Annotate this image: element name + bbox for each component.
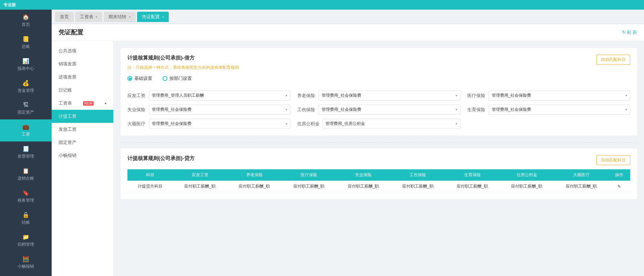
debit-field-label-4: 工伤保险 <box>297 107 316 113</box>
arrow-payroll_table: ▾ <box>105 102 106 105</box>
credit-col-应发工资: 应发工资 <box>173 169 227 181</box>
ledger-icon: 📒 <box>22 36 29 42</box>
sidebar-label-purchase: 进销台账 <box>18 176 34 181</box>
credit-cell-0-1[interactable]: 应付职工薪酬_职 <box>227 181 282 192</box>
debit-field-6: 大额医疗 管理费用_社会保险费 ▾ <box>127 119 290 129</box>
sidebar-label-report: 报表中心 <box>18 66 34 72</box>
left-nav-item-payroll_table[interactable]: 工资表NEW▾ <box>52 97 113 110</box>
tab-payroll[interactable]: 工资表× <box>75 12 102 22</box>
left-nav-item-journal[interactable]: 日记账 <box>52 84 113 97</box>
debit-field-value-3: 管理费用_社会保险费 <box>152 107 191 113</box>
left-nav-item-expense[interactable]: 小畅报销 <box>52 149 113 162</box>
credit-col-医疗保险: 医疗保险 <box>282 169 336 181</box>
close-icon: 🔒 <box>22 212 29 218</box>
credit-col-生育保险: 生育保险 <box>445 169 499 181</box>
debit-field-value-2: 管理费用_社会保险费 <box>492 93 531 98</box>
credit-auto-match-button[interactable]: 自动匹配科目 <box>596 155 630 165</box>
debit-field-2: 医疗保险 管理费用_社会保险费 ▾ <box>467 91 630 100</box>
debit-field-label-1: 养老保险 <box>297 93 316 99</box>
credit-action-0[interactable]: ✎ <box>609 181 630 192</box>
debit-field-select-2[interactable]: 管理费用_社会保险费 ▾ <box>489 91 630 100</box>
left-nav-item-pay_salary[interactable]: 发放工资 <box>52 123 113 136</box>
new-badge-payroll_table: NEW <box>83 101 94 106</box>
debit-field-select-7[interactable]: 管理费用_住房公积金 ▾ <box>322 119 460 129</box>
debit-field-label-0: 应发工资 <box>127 93 146 99</box>
debit-field-5: 生育保险 管理费用_社会保险费 ▾ <box>467 105 630 115</box>
debit-auto-match-button[interactable]: 自动匹配科目 <box>596 55 630 65</box>
tab-label-voucher: 凭证配置 <box>142 14 160 20</box>
left-nav-item-fixed_asset[interactable]: 固定资产 <box>52 136 113 149</box>
tab-close-voucher[interactable]: × <box>162 15 164 19</box>
invoice-icon: 🧾 <box>22 146 29 152</box>
sidebar-item-purchase[interactable]: 📋进销台账 <box>0 163 52 185</box>
radio-group: 基础设置 按部门设置 <box>127 75 239 82</box>
left-nav-item-purchase_invoice[interactable]: 进项发票 <box>52 71 113 84</box>
tab-close-period[interactable]: × <box>128 15 131 19</box>
debit-field-label-6: 大额医疗 <box>127 121 146 127</box>
sidebar-item-close[interactable]: 🔒结账 <box>0 208 52 230</box>
debit-field-arrow-4: ▾ <box>456 108 457 112</box>
sidebar-item-tax[interactable]: 🔖税务管理 <box>0 185 52 208</box>
radio-basic[interactable]: 基础设置 <box>127 75 152 82</box>
debit-field-select-3[interactable]: 管理费用_社会保险费 ▾ <box>149 105 290 115</box>
debit-field-label-2: 医疗保险 <box>467 93 486 99</box>
sidebar-item-report[interactable]: 📊报表中心 <box>0 54 52 76</box>
sidebar-item-archive[interactable]: 📁归档管理 <box>0 230 52 252</box>
sidebar-item-ledger[interactable]: 📒总账 <box>0 32 52 54</box>
sidebar-label-home: 首页 <box>22 22 30 28</box>
debit-field-0: 应发工资 管理费用_管理人员职工薪酬 ▾ <box>127 91 290 100</box>
credit-row-0: 计提贷方科目应付职工薪酬_职应付职工薪酬_职应付职工薪酬_职应付职工薪酬_职应付… <box>127 181 630 192</box>
tab-voucher[interactable]: 凭证配置× <box>137 12 169 22</box>
credit-cell-0-7[interactable]: 应付职工薪酬_职 <box>554 181 609 192</box>
sidebar-item-home[interactable]: 🏠首页 <box>0 10 52 32</box>
left-nav-item-sales_invoice[interactable]: 销项发票 <box>52 57 113 71</box>
credit-cell-0-5[interactable]: 应付职工薪酬_职 <box>445 181 499 192</box>
debit-field-3: 失业保险 管理费用_社会保险费 ▾ <box>127 105 290 115</box>
credit-cell-0-6[interactable]: 应付职工薪酬_职 <box>500 181 554 192</box>
credit-col-失业保险: 失业保险 <box>336 169 391 181</box>
sidebar-item-invoice[interactable]: 🧾发票管理 <box>0 141 52 163</box>
debit-field-select-4[interactable]: 管理费用_社会保险费 ▾ <box>319 105 460 115</box>
credit-cell-0-2[interactable]: 应付职工薪酬_职 <box>282 181 336 192</box>
radio-dept[interactable]: 按部门设置 <box>163 75 192 82</box>
tab-period[interactable]: 期末结转× <box>104 12 135 22</box>
sidebar-label-archive: 归档管理 <box>18 242 34 247</box>
left-nav: 公共选项销项发票进项发票日记账工资表NEW▾计提工资发放工资固定资产小畅报销 <box>52 41 114 276</box>
credit-cell-0-4[interactable]: 应付职工薪酬_职 <box>391 181 445 192</box>
debit-field-arrow-6: ▾ <box>285 122 287 126</box>
radio-dept-dot <box>163 76 167 81</box>
sidebar: 🏠首页📒总账📊报表中心💰资金管理🏗固定资产💼工资🧾发票管理📋进销台账🔖税务管理🔒… <box>0 10 52 276</box>
debit-field-select-5[interactable]: 管理费用_社会保险费 ▾ <box>489 105 630 115</box>
debit-field-arrow-7: ▾ <box>456 122 457 126</box>
debit-field-1: 养老保险 管理费用_社会保险费 ▾ <box>297 91 460 100</box>
credit-col-大额医疗: 大额医疗 <box>554 169 609 181</box>
debit-field-select-1[interactable]: 管理费用_社会保险费 ▾ <box>319 91 460 100</box>
sidebar-label-report2: 小畅报销 <box>18 264 34 269</box>
credit-cell-0-3[interactable]: 应付职工薪酬_职 <box>336 181 391 192</box>
debit-field-value-5: 管理费用_社会保险费 <box>492 107 531 113</box>
purchase-icon: 📋 <box>22 168 29 174</box>
credit-col-操作: 操作 <box>609 169 630 181</box>
tab-close-payroll[interactable]: × <box>95 15 97 19</box>
sidebar-label-close: 结账 <box>22 220 30 225</box>
credit-section: 计提核算规则(公司承担)-贷方 自动匹配科目 科目应发工资养老保险医疗保险失业保… <box>121 148 637 199</box>
credit-cell-0-0[interactable]: 应付职工薪酬_职 <box>173 181 227 192</box>
sidebar-label-tax: 税务管理 <box>18 198 34 203</box>
left-nav-label-calc_salary: 计提工资 <box>59 114 76 119</box>
debit-field-select-6[interactable]: 管理费用_社会保险费 ▾ <box>149 119 290 129</box>
sidebar-item-salary[interactable]: 💼工资 <box>0 119 52 141</box>
sidebar-item-settings[interactable]: ⚙设置 <box>0 274 52 276</box>
sidebar-item-asset[interactable]: 🏗固定资产 <box>0 98 52 119</box>
tab-home[interactable]: 首页 <box>55 12 74 22</box>
debit-field-select-0[interactable]: 管理费用_管理人员职工薪酬 ▾ <box>149 91 290 100</box>
sidebar-item-report2[interactable]: 🧮小畅报销 <box>0 252 52 274</box>
credit-cell-subject: 计提贷方科目 <box>127 181 173 192</box>
left-nav-label-expense: 小畅报销 <box>59 153 76 158</box>
debit-field-arrow-5: ▾ <box>625 108 627 112</box>
refresh-button[interactable]: ↻ 刷 新 <box>622 29 637 35</box>
left-nav-item-calc_salary[interactable]: 计提工资 <box>52 110 113 123</box>
debit-field-value-6: 管理费用_社会保险费 <box>152 121 191 127</box>
asset-icon: 🏗 <box>23 102 29 108</box>
left-nav-item-public[interactable]: 公共选项 <box>52 44 113 57</box>
sidebar-item-fund[interactable]: 💰资金管理 <box>0 76 52 98</box>
